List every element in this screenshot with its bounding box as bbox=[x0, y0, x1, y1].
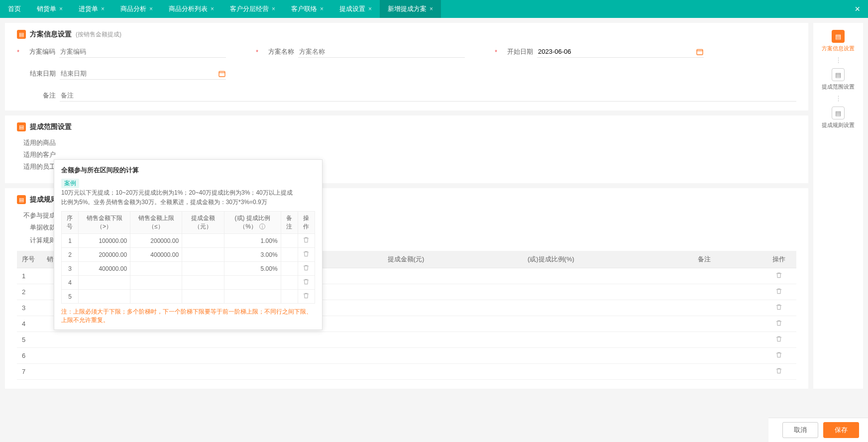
tier-cell[interactable] bbox=[693, 284, 761, 300]
tier-cell[interactable] bbox=[523, 364, 693, 380]
start-date-input[interactable] bbox=[537, 46, 696, 57]
tooltip-row-delete[interactable] bbox=[298, 276, 315, 290]
tab-close-icon[interactable]: × bbox=[211, 0, 214, 18]
tier-cell[interactable] bbox=[523, 284, 693, 300]
tooltip-th: 备注 bbox=[281, 212, 298, 234]
tab-close-icon[interactable]: × bbox=[430, 0, 433, 18]
tier-cell[interactable] bbox=[693, 348, 761, 364]
tier-cell[interactable] bbox=[693, 364, 761, 380]
tab-close-icon[interactable]: × bbox=[368, 0, 372, 18]
tier-row[interactable]: 5 bbox=[17, 332, 796, 348]
tier-cell[interactable] bbox=[213, 332, 383, 348]
tier-cell[interactable] bbox=[523, 316, 693, 332]
tooltip-cell bbox=[281, 248, 298, 262]
tab-close-icon[interactable]: × bbox=[101, 0, 105, 18]
rule-exclude-label: 不参与提成 bbox=[17, 211, 56, 220]
tier-row[interactable]: 7 bbox=[17, 364, 796, 380]
code-label: 方案编码 bbox=[21, 47, 55, 56]
scope-customer-label: 适用的客户 bbox=[17, 150, 56, 159]
tier-cell[interactable] bbox=[523, 348, 693, 364]
remark-input[interactable] bbox=[60, 90, 796, 102]
tooltip-row-delete[interactable] bbox=[298, 290, 315, 304]
end-date-input[interactable] bbox=[60, 68, 218, 79]
tooltip-row-delete[interactable] bbox=[298, 248, 315, 262]
tab-提成设置[interactable]: 提成设置× bbox=[331, 0, 380, 18]
tier-cell[interactable] bbox=[383, 364, 523, 380]
tab-label: 销货单 bbox=[37, 0, 56, 18]
tab-close-icon[interactable]: × bbox=[272, 0, 275, 18]
tier-cell[interactable] bbox=[383, 300, 523, 316]
tab-商品分析列表[interactable]: 商品分析列表× bbox=[161, 0, 222, 18]
tooltip-cell: 3 bbox=[62, 262, 79, 276]
tier-cell[interactable] bbox=[383, 316, 523, 332]
tab-新增提成方案[interactable]: 新增提成方案× bbox=[380, 0, 441, 18]
tier-row-delete[interactable] bbox=[761, 364, 796, 380]
tab-客户联络[interactable]: 客户联络× bbox=[283, 0, 331, 18]
calendar-icon[interactable] bbox=[696, 48, 704, 56]
tooltip-row-delete[interactable] bbox=[298, 262, 315, 276]
tier-cell[interactable] bbox=[42, 348, 213, 364]
tier-cell[interactable] bbox=[693, 300, 761, 316]
tab-close-icon[interactable]: × bbox=[149, 0, 153, 18]
tier-row-delete[interactable] bbox=[761, 300, 796, 316]
section-subtitle: (按销售金额提成) bbox=[76, 30, 121, 39]
required-star: * bbox=[495, 48, 497, 56]
tooltip-example-table: 序号销售金额下限（>）销售金额上限（≤）提成金额（元）(或) 提成比例（%） i… bbox=[61, 211, 315, 304]
tooltip-th: 销售金额下限（>） bbox=[78, 212, 130, 234]
tier-cell[interactable] bbox=[383, 284, 523, 300]
tooltip-cell bbox=[130, 276, 182, 290]
tab-close-icon[interactable]: × bbox=[320, 0, 324, 18]
tier-cell[interactable] bbox=[693, 332, 761, 348]
tooltip-row: 1100000.00200000.001.00% bbox=[62, 234, 315, 248]
tooltip-cell bbox=[224, 276, 281, 290]
tier-seq: 4 bbox=[17, 316, 42, 332]
tab-销货单[interactable]: 销货单× bbox=[29, 0, 71, 18]
name-label: 方案名称 bbox=[260, 47, 294, 56]
anchor-step-1[interactable]: ▤ 方案信息设置 bbox=[822, 30, 855, 52]
tooltip-row: 4 bbox=[62, 276, 315, 290]
tab-首页[interactable]: 首页 bbox=[0, 0, 29, 18]
tier-cell[interactable] bbox=[42, 364, 213, 380]
name-input[interactable] bbox=[298, 46, 465, 58]
tier-cell[interactable] bbox=[42, 332, 213, 348]
tier-cell[interactable] bbox=[213, 348, 383, 364]
close-all-tabs-button[interactable]: × bbox=[851, 0, 864, 18]
tab-label: 首页 bbox=[8, 0, 21, 18]
anchor-step-3[interactable]: ▤ 提成规则设置 bbox=[822, 107, 855, 129]
tab-商品分析[interactable]: 商品分析× bbox=[112, 0, 161, 18]
tier-cell[interactable] bbox=[213, 364, 383, 380]
tab-进货单[interactable]: 进货单× bbox=[71, 0, 112, 18]
anchor-step-2[interactable]: ▤ 提成范围设置 bbox=[822, 68, 855, 91]
tab-客户分层经营[interactable]: 客户分层经营× bbox=[222, 0, 283, 18]
trash-icon bbox=[775, 272, 782, 279]
tier-cell[interactable] bbox=[523, 332, 693, 348]
tier-row-delete[interactable] bbox=[761, 332, 796, 348]
tier-cell[interactable] bbox=[693, 268, 761, 284]
tier-cell[interactable] bbox=[383, 348, 523, 364]
required-star: * bbox=[256, 48, 258, 56]
tooltip-row-delete[interactable] bbox=[298, 234, 315, 248]
anchor-nav: ▤ 方案信息设置 ▤ 提成范围设置 ▤ 提成规则设置 bbox=[813, 23, 863, 389]
tier-cell[interactable] bbox=[383, 332, 523, 348]
tier-row-delete[interactable] bbox=[761, 284, 796, 300]
tier-seq: 3 bbox=[17, 300, 42, 316]
tooltip-th: 提成金额（元） bbox=[182, 212, 224, 234]
tooltip-cell: 200000.00 bbox=[78, 248, 130, 262]
tier-cell[interactable] bbox=[523, 300, 693, 316]
trash-icon bbox=[303, 236, 310, 243]
calc-rule-label: 计算规则 bbox=[17, 236, 56, 245]
tier-cell[interactable] bbox=[523, 268, 693, 284]
tooltip-cell bbox=[281, 290, 298, 304]
tier-row[interactable]: 6 bbox=[17, 348, 796, 364]
tier-cell[interactable] bbox=[383, 268, 523, 284]
tier-th: 备注 bbox=[693, 251, 761, 268]
trash-icon bbox=[775, 367, 782, 374]
tier-row-delete[interactable] bbox=[761, 348, 796, 364]
tooltip-th: (或) 提成比例（%） i bbox=[224, 212, 281, 234]
tier-cell[interactable] bbox=[693, 316, 761, 332]
tier-row-delete[interactable] bbox=[761, 316, 796, 332]
tab-close-icon[interactable]: × bbox=[59, 0, 63, 18]
calendar-icon[interactable] bbox=[218, 70, 226, 78]
tier-row-delete[interactable] bbox=[761, 268, 796, 284]
code-input[interactable] bbox=[59, 46, 226, 58]
